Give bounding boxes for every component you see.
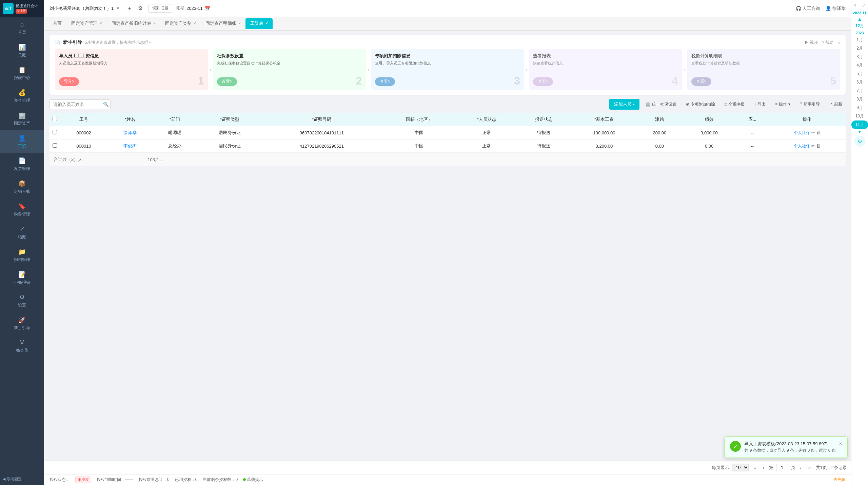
select-all-header[interactable] — [50, 113, 60, 126]
calendar-down-button[interactable]: ▼ — [857, 129, 862, 134]
step-2-button[interactable]: 设置> — [217, 77, 237, 86]
calendar-up-button[interactable]: ▲ — [857, 16, 862, 22]
edit-button[interactable]: ✏ — [811, 143, 815, 148]
step-desc: 完成社保参数设置自动计算社保公积金 — [217, 60, 362, 74]
delete-button[interactable]: 🗑 — [816, 130, 821, 135]
step-1-button[interactable]: 导入> — [59, 77, 79, 86]
help-link[interactable]: ? 帮助 — [822, 40, 833, 45]
col-header-report[interactable]: 报送状态 — [516, 113, 571, 126]
refresh-button[interactable]: ↺ 刷新 — [826, 99, 846, 109]
tab-close-icon[interactable]: × — [238, 21, 241, 26]
tab-salary[interactable]: 工资表 × — [245, 18, 273, 29]
search-button[interactable]: 🔍 — [103, 102, 109, 107]
operation-button[interactable]: ≡ 操作 ▾ — [772, 99, 794, 109]
sidebar-item-ledger[interactable]: 📊 总账 — [0, 39, 44, 62]
close-books-icon: ✓ — [20, 225, 25, 233]
sidebar-item-settings[interactable]: ⚙ 设置 — [0, 290, 44, 312]
calendar-month-9[interactable]: 9月 — [851, 104, 868, 112]
shebao-link[interactable]: 个人社保 — [794, 130, 810, 135]
sidebar-item-expense[interactable]: 📝 小畅报销 — [0, 267, 44, 290]
select-all-checkbox[interactable] — [53, 117, 57, 121]
toast-close-button[interactable]: × — [839, 441, 842, 446]
delete-button[interactable]: 🗑 — [816, 143, 821, 148]
prev-page-button[interactable]: ‹ — [761, 464, 766, 471]
shebao-link[interactable]: 个人社保 — [794, 144, 810, 148]
page-number-input[interactable] — [776, 464, 788, 471]
calendar-month-6[interactable]: 6月 — [851, 78, 868, 87]
sidebar-item-assets[interactable]: 🏢 固定资产 — [0, 108, 44, 130]
page-size-select[interactable]: 10 20 50 — [732, 464, 749, 471]
calendar-month-12[interactable]: 12月 — [851, 22, 868, 30]
tab-close-icon[interactable]: × — [194, 21, 196, 26]
col-header-name[interactable]: *姓名 — [108, 113, 152, 126]
next-page-button[interactable]: › — [798, 464, 804, 471]
calendar-month-1[interactable]: 1月 — [851, 36, 868, 44]
settings-button[interactable]: ⚙ — [136, 4, 144, 13]
ai-consult-button[interactable]: 🎧 人工咨询 — [796, 5, 820, 12]
report-icon: 📋 — [18, 66, 26, 74]
tab-close-icon[interactable]: × — [153, 21, 156, 26]
user-profile[interactable]: 👤 徐泽华 — [826, 5, 846, 12]
tab-close-icon[interactable]: × — [100, 21, 102, 26]
sidebar-item-vip[interactable]: V 畅会员 — [0, 335, 44, 357]
expand-panel-button[interactable]: ⤢ — [862, 3, 866, 8]
social-security-button[interactable]: 🏢 统一社保设置 — [642, 99, 680, 109]
search-input[interactable] — [50, 99, 111, 109]
guide-banner-close-icon[interactable]: × — [837, 40, 840, 45]
edit-button[interactable]: ✏ — [811, 130, 815, 135]
sidebar-item-inventory[interactable]: 📦 进销台账 — [0, 176, 44, 199]
step-4-button[interactable]: 查看> — [533, 77, 553, 86]
special-deduction-button[interactable]: ⊕ 专项附加扣除 — [683, 99, 718, 109]
calendar-month-3[interactable]: 3月 — [851, 53, 868, 61]
last-page-button[interactable]: » — [806, 464, 813, 471]
account-selector[interactable]: 刘小艳演示账套（勿删勿动！）1 ▼ — [50, 5, 120, 12]
add-account-button[interactable]: + — [125, 4, 134, 13]
recharge-link[interactable]: 去充值 — [833, 477, 846, 483]
sidebar-item-report[interactable]: 📋 报表中心 — [0, 62, 44, 85]
video-link[interactable]: ▶ 视频 — [805, 40, 818, 45]
period-selector[interactable]: 账期 2023-11 📅 — [176, 5, 210, 11]
tab-close-icon[interactable]: × — [265, 21, 268, 26]
calendar-month-5[interactable]: 5月 — [851, 70, 868, 78]
tab-fixed-assets[interactable]: 固定资产管理 × — [66, 18, 107, 29]
row-checkbox-cell[interactable] — [50, 139, 60, 153]
sidebar-item-home[interactable]: ⌂ 首页 — [0, 17, 44, 39]
step-5-button[interactable]: 查看> — [691, 77, 711, 86]
sidebar-item-invoice[interactable]: 📄 发票管理 — [0, 153, 44, 176]
add-employee-button[interactable]: 添加人员 ▾ — [609, 99, 639, 110]
calendar-month-8[interactable]: 8月 — [851, 95, 868, 104]
employee-link[interactable]: 李俊杰 — [123, 143, 137, 148]
switch-version-button[interactable]: 切到旧版 — [149, 4, 172, 13]
sidebar-item-archive[interactable]: 📁 归档管理 — [0, 244, 44, 267]
tab-home[interactable]: 首页 — [48, 18, 66, 29]
row-checkbox[interactable] — [53, 130, 57, 134]
calendar-month-2[interactable]: 2月 — [851, 44, 868, 53]
calendar-settings-button[interactable]: ⚙ — [854, 136, 865, 147]
guide-button[interactable]: ? 新手引导 — [796, 99, 823, 109]
help-icon: ? — [822, 40, 824, 45]
sidebar-item-guide[interactable]: 🚀 新手引导 — [0, 312, 44, 335]
row-checkbox[interactable] — [53, 143, 57, 148]
close-panel-button[interactable]: × — [853, 3, 856, 8]
row-checkbox-cell[interactable] — [50, 126, 60, 139]
sidebar-item-tax[interactable]: 🔖 税务管理 — [0, 199, 44, 221]
tax-report-button[interactable]: □ 个税申报 — [721, 99, 748, 109]
calendar-month-10[interactable]: 10月 — [851, 112, 868, 120]
tab-asset-detail[interactable]: 固定资产明细账 × — [201, 18, 245, 29]
employee-link[interactable]: 徐泽华 — [123, 130, 137, 135]
calendar-month-7[interactable]: 7月 — [851, 87, 868, 95]
sidebar-footer[interactable]: ◀ 取消固定 — [0, 473, 44, 485]
sidebar-item-close[interactable]: ✓ 结账 — [0, 221, 44, 244]
first-page-button[interactable]: « — [751, 464, 758, 471]
col-header-status[interactable]: *人员状态 — [457, 113, 516, 126]
export-button[interactable]: ↓ 导出 — [751, 99, 769, 109]
sidebar-item-salary[interactable]: 👤 工资 — [0, 130, 44, 153]
step-3-button[interactable]: 查看> — [375, 77, 395, 86]
sidebar-item-finance[interactable]: 💰 资金管理 — [0, 85, 44, 108]
used-quota-label: 已用授权：0 — [175, 477, 198, 483]
tab-asset-category[interactable]: 固定资产类别 × — [160, 18, 201, 29]
calendar-month-11[interactable]: 11月 — [851, 120, 868, 129]
calendar-month-4[interactable]: 4月 — [851, 61, 868, 70]
tab-depreciation[interactable]: 固定资产折旧统计表 × — [107, 18, 160, 29]
step-title: 专项附加扣除信息 — [375, 53, 520, 59]
